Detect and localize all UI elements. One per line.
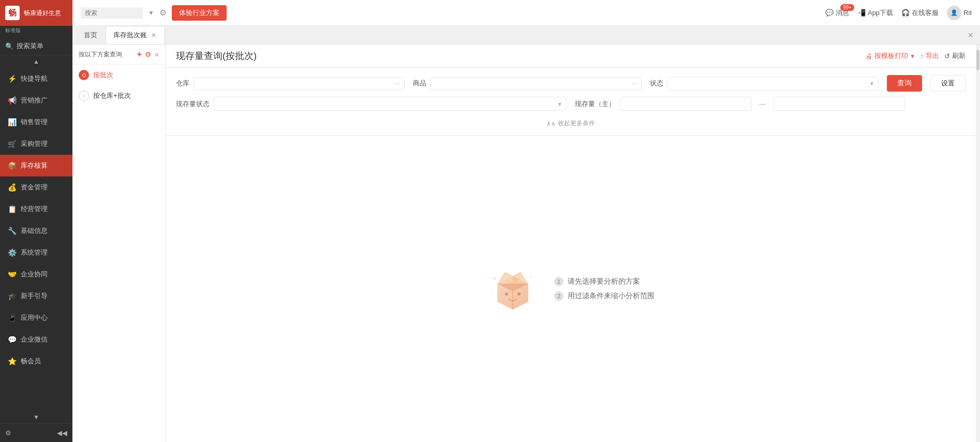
- sidebar-item-member[interactable]: ⭐ 畅会员: [0, 350, 72, 372]
- sidebar-item-inventory[interactable]: 📦 库存核算: [0, 155, 72, 176]
- basic-icon: 🔧: [7, 226, 17, 235]
- sidebar-item-newbie[interactable]: 🎓 新手引导: [0, 285, 72, 307]
- left-panel-header: 按以下方案查询 + ⚙ «: [72, 45, 165, 65]
- app-download-icon: 📲: [857, 9, 866, 17]
- tab-home-label: 首页: [84, 31, 97, 40]
- sidebar-item-finance[interactable]: 💰 资金管理: [0, 176, 72, 198]
- query-btn[interactable]: 查询: [887, 75, 922, 92]
- add-plan-icon[interactable]: +: [137, 50, 142, 59]
- filter-warehouse: 仓库 ···: [176, 77, 405, 90]
- filter-area: 仓库 ··· 商品 ··· 状态: [166, 68, 976, 136]
- sidebar-item-label: 经营管理: [21, 204, 48, 214]
- user-name: Rit: [963, 9, 972, 17]
- sidebar-search[interactable]: 🔍 搜索菜单: [0, 37, 72, 55]
- tab-close-button[interactable]: ✕: [150, 32, 157, 39]
- refresh-btn[interactable]: ↺ 刷新: [944, 51, 966, 61]
- app-download-item[interactable]: 📲 App下载: [857, 8, 893, 18]
- sidebar-item-system[interactable]: ⚙️ 系统管理: [0, 242, 72, 263]
- stock-status-label: 现存量状态: [176, 99, 210, 109]
- stock-status-select[interactable]: 全部 有库存 无库存: [214, 97, 567, 111]
- collapse-more-btn[interactable]: ∧∧ 收起更多条件: [176, 116, 966, 128]
- page-header: 现存量查询(按批次) 🖨 按模板打印 ▼ ↑ 导出 ↺ 刷新: [166, 45, 976, 68]
- settings-bottom-icon[interactable]: ⚙: [5, 429, 11, 437]
- settings-btn[interactable]: 设置: [930, 75, 966, 92]
- filter-row-2: 现存量状态 全部 有库存 无库存 ▼ 现存量（主）: [176, 97, 966, 111]
- plan-settings-icon[interactable]: ⚙: [145, 50, 152, 58]
- sidebar-item-label: 快捷导航: [21, 74, 48, 83]
- sidebar-item-label: 企业微信: [21, 335, 48, 344]
- online-service-item[interactable]: 🎧 在线客服: [901, 8, 939, 18]
- collapse-sidebar-icon[interactable]: ◀◀: [57, 429, 67, 437]
- filter-stock-qty: 现存量（主） —: [575, 97, 966, 111]
- sidebar-scroll-up[interactable]: ▲: [0, 55, 72, 68]
- app-download-label: App下载: [868, 8, 893, 18]
- right-scrollbar[interactable]: [976, 45, 980, 442]
- sidebar-item-purchase[interactable]: 🛒 采购管理: [0, 133, 72, 155]
- status-select-wrapper: 全部 ▼: [667, 77, 879, 91]
- plan-by-warehouse-batch-label: 按仓库+批次: [93, 91, 131, 100]
- user-item[interactable]: 👤 Rit: [947, 6, 972, 20]
- tab-home[interactable]: 首页: [77, 26, 105, 44]
- collapse-arrow-icon: ∧∧: [546, 120, 556, 127]
- sidebar-item-label: 资金管理: [21, 183, 48, 192]
- sidebar-item-appstore[interactable]: 📱 应用中心: [0, 307, 72, 329]
- plan-item-by-batch[interactable]: ⊙ 按批次: [72, 65, 165, 85]
- export-btn[interactable]: ↑ 导出: [920, 51, 940, 61]
- wechat-icon: 💬: [7, 335, 17, 344]
- left-panel-icons: + ⚙ «: [137, 50, 159, 59]
- filter-product: 商品 ···: [413, 77, 642, 90]
- topbar: ▼ ⚙ 体验行业方案 💬 消息 99+ 📲 App下载 🎧 在线客服 👤: [72, 0, 980, 26]
- page-header-actions: 🖨 按模板打印 ▼ ↑ 导出 ↺ 刷新: [866, 51, 966, 61]
- sidebar-item-quick-nav[interactable]: ⚡ 快捷导航: [0, 68, 72, 90]
- warehouse-more-icon[interactable]: ···: [395, 80, 400, 87]
- app-logo: 畅: [5, 6, 20, 20]
- template-print-btn[interactable]: 🖨 按模板打印 ▼: [866, 51, 915, 61]
- marketing-icon: 📢: [7, 96, 17, 105]
- warehouse-input[interactable]: [198, 80, 395, 87]
- user-avatar: 👤: [947, 6, 961, 20]
- print-dropdown-icon[interactable]: ▼: [910, 53, 915, 59]
- svg-point-9: [492, 291, 493, 292]
- messages-icon: 💬: [825, 9, 834, 17]
- sidebar-scroll-down[interactable]: ▼: [0, 411, 72, 423]
- sidebar-item-label: 系统管理: [21, 248, 48, 257]
- sidebar-item-label: 库存核算: [21, 161, 48, 170]
- plan-item-by-warehouse-batch[interactable]: ○ 按仓库+批次: [72, 85, 165, 106]
- sidebar-item-basic[interactable]: 🔧 基础信息: [0, 220, 72, 242]
- sidebar-search-label: 搜索菜单: [17, 41, 43, 51]
- inventory-icon: 📦: [7, 161, 17, 170]
- sidebar-item-label: 企业协同: [21, 270, 48, 279]
- topbar-gear-icon[interactable]: ⚙: [159, 8, 167, 18]
- enterprise-icon: 🤝: [7, 270, 17, 279]
- tab-panel-close-btn[interactable]: ✕: [966, 30, 976, 40]
- tabs-bar: 首页 库存批次账 ✕ ✕: [72, 26, 980, 45]
- topbar-search-input[interactable]: [81, 7, 143, 19]
- product-input[interactable]: [435, 80, 632, 87]
- app-edition: 标准版: [0, 26, 72, 37]
- messages-item[interactable]: 💬 消息 99+: [825, 8, 849, 18]
- svg-point-3: [505, 292, 508, 296]
- topbar-left: ▼ ⚙ 体验行业方案: [81, 5, 227, 21]
- topbar-dropdown-icon[interactable]: ▼: [148, 9, 154, 17]
- warehouse-label: 仓库: [176, 79, 189, 88]
- experience-btn[interactable]: 体验行业方案: [172, 5, 227, 21]
- tab-inventory-batch[interactable]: 库存批次账 ✕: [106, 26, 165, 44]
- sidebar-item-wechat[interactable]: 💬 企业微信: [0, 329, 72, 350]
- collapse-left-panel-icon[interactable]: «: [155, 50, 159, 58]
- stock-qty-to-input[interactable]: [773, 97, 905, 111]
- svg-point-7: [494, 277, 496, 279]
- sidebar-item-sales[interactable]: 📊 销售管理: [0, 111, 72, 133]
- stock-qty-from-input[interactable]: [619, 97, 752, 111]
- newbie-icon: 🎓: [7, 291, 17, 301]
- tabs-right-actions: ✕: [966, 30, 976, 40]
- template-print-label: 按模板打印: [874, 51, 908, 61]
- sidebar-item-label: 采购管理: [21, 139, 48, 149]
- sidebar-item-label: 营销推广: [21, 96, 48, 105]
- sidebar-item-marketing[interactable]: 📢 营销推广: [0, 90, 72, 111]
- status-select[interactable]: 全部: [667, 77, 879, 91]
- sidebar-item-enterprise[interactable]: 🤝 企业协同: [0, 263, 72, 285]
- product-more-icon[interactable]: ···: [632, 80, 637, 87]
- empty-state: 1 请先选择要分析的方案 2 用过滤条件来缩小分析范围: [166, 136, 976, 442]
- sidebar-item-operations[interactable]: 📋 经营管理: [0, 198, 72, 220]
- sidebar-item-label: 畅会员: [21, 357, 41, 366]
